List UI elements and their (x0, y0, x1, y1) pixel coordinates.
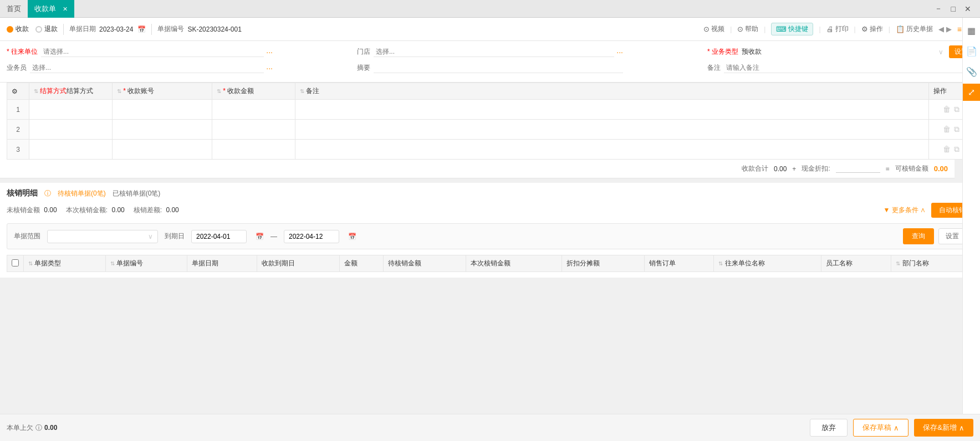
divider-2 (151, 24, 152, 35)
counterparty-input[interactable] (41, 47, 264, 57)
business-type-field: * 业务类型 预收款 ∨ 设置 (707, 45, 973, 58)
row-2-remark[interactable] (295, 120, 929, 140)
date-icon[interactable]: 📅 (137, 25, 146, 33)
row-3-copy-icon[interactable]: ⧉ (954, 145, 959, 154)
sort-dept-icon[interactable]: ⇅ (896, 260, 900, 266)
discount-input[interactable] (836, 165, 880, 173)
sidebar-doc-icon[interactable]: 📄 (963, 43, 980, 60)
sidebar-expand-icon[interactable]: ⤢ (963, 84, 980, 101)
draft-label: 保存草稿 (862, 423, 891, 433)
row-2-delete-icon[interactable]: 🗑 (943, 125, 951, 134)
date-to-icon[interactable]: 📅 (348, 233, 356, 240)
current-stat: 本次核销金额: 0.00 (66, 206, 125, 215)
th-dept: ⇅ 部门名称 (891, 255, 973, 272)
history-btn[interactable]: 📋 历史单据 (896, 24, 933, 34)
footer-buttons: 放弃 保存草稿 ∧ 保存&新增 ∧ (810, 419, 973, 437)
nav-next[interactable]: ▶ (946, 25, 952, 33)
hexiao-section: 核销明细 ⓘ 待核销单据(0笔) 已核销单据(0笔) 未核销金额 0.00 本次… (0, 181, 980, 278)
row-3-account[interactable] (113, 140, 212, 160)
date-from-input[interactable] (191, 230, 247, 243)
row-1-copy-icon[interactable]: ⧉ (954, 105, 959, 114)
th-gear[interactable]: ⚙ (7, 83, 29, 100)
radio-receipt-label: 收款 (16, 24, 29, 34)
abandon-button[interactable]: 放弃 (810, 419, 848, 437)
row-3-remark[interactable] (295, 140, 929, 160)
range-label: 单据范围 (14, 232, 40, 241)
sort-amount-icon[interactable]: ⇅ (217, 88, 221, 94)
hexiao-info-icon[interactable]: ⓘ (44, 189, 51, 198)
radio-refund[interactable]: 退款 (35, 24, 58, 34)
number-value: SK-20230324-001 (187, 25, 241, 33)
view-list-btn[interactable]: ≡ (957, 25, 962, 34)
table-row: 1 🗑 ⧉ (7, 100, 973, 120)
close-btn[interactable]: ✕ (962, 4, 973, 13)
print-btn[interactable]: 🖨 打印 (826, 24, 849, 34)
tab-home[interactable]: 首页 (0, 0, 28, 18)
row-1-remark[interactable] (295, 100, 929, 120)
save-new-button[interactable]: 保存&新增 ∧ (914, 419, 973, 437)
sort-settle-icon[interactable]: ⇅ (34, 88, 38, 94)
date-separator: — (270, 233, 277, 240)
sort-counterparty-icon[interactable]: ⇅ (718, 260, 723, 266)
tab-bar: 首页 收款单 ✕ － □ ✕ (0, 0, 980, 18)
store-input[interactable] (374, 47, 614, 57)
row-3-settle[interactable] (29, 140, 113, 160)
row-3-delete-icon[interactable]: 🗑 (943, 145, 951, 154)
th-date: 单据日期 (187, 255, 257, 272)
form-row-1: * 往来单位 ··· 门店 ··· * 业务类型 预收款 ∨ 设置 (7, 45, 973, 58)
row-2-settle[interactable] (29, 120, 113, 140)
row-1-settle[interactable] (29, 100, 113, 120)
salesperson-more-btn[interactable]: ··· (266, 64, 273, 73)
row-2-copy-icon[interactable]: ⧉ (954, 125, 959, 134)
sort-remark-icon[interactable]: ⇅ (300, 88, 304, 94)
hexiao-pending-tab[interactable]: 待核销单据(0笔) (58, 189, 106, 198)
tab-close-receipt[interactable]: ✕ (63, 0, 68, 18)
row-1-account[interactable] (113, 100, 212, 120)
total-label: 收款合计 (742, 164, 768, 173)
radio-receipt[interactable]: 收款 (7, 24, 29, 34)
video-btn[interactable]: ⊙ 视频 (703, 24, 724, 34)
sort-account-icon[interactable]: ⇅ (117, 88, 121, 94)
date-to-input[interactable] (284, 230, 339, 243)
sidebar-clip-icon[interactable]: 📎 (963, 63, 980, 80)
range-dropdown[interactable]: ∨ (47, 230, 158, 243)
sort-number-icon[interactable]: ⇅ (110, 260, 115, 266)
th-pending: 待核销金额 (384, 255, 466, 272)
hexiao-title: 核销明细 (7, 188, 38, 198)
due-date-label: 到期日 (165, 232, 185, 241)
tab-receipt[interactable]: 收款单 ✕ (28, 0, 74, 18)
operation-btn[interactable]: ⚙ 操作 (861, 24, 883, 34)
form-row-2: 业务员 ··· 摘要 备注 (7, 63, 973, 73)
date-from-icon[interactable]: 📅 (256, 233, 264, 240)
help-btn[interactable]: ⊙ 帮助 (737, 24, 758, 34)
footer-info-icon[interactable]: ⓘ (35, 423, 42, 433)
store-more-btn[interactable]: ··· (616, 48, 623, 57)
row-1-amount[interactable] (212, 100, 295, 120)
business-type-dropdown[interactable]: ∨ (938, 48, 943, 56)
save-new-label: 保存&新增 (923, 423, 957, 433)
available-value: 0.00 (934, 165, 948, 173)
sort-type-icon[interactable]: ⇅ (28, 260, 33, 266)
row-3-amount[interactable] (212, 140, 295, 160)
th-amount: ⇅ * 收款金额 (212, 83, 295, 100)
hexiao-header: 核销明细 ⓘ 待核销单据(0笔) 已核销单据(0笔) (7, 188, 973, 198)
draft-button[interactable]: 保存草稿 ∧ (853, 419, 908, 437)
query-btn[interactable]: 查询 (903, 228, 934, 244)
hexiao-done-tab[interactable]: 已核销单据(0笔) (113, 189, 161, 198)
divider-1 (63, 24, 64, 35)
salesperson-input[interactable] (30, 63, 264, 73)
more-filter-btn[interactable]: ▼ 更多条件 ∧ (883, 206, 926, 215)
select-all-checkbox[interactable] (12, 259, 19, 266)
summary-input[interactable] (374, 63, 623, 73)
equals-sign: = (886, 165, 890, 173)
shortcut-btn[interactable]: ⌨ 快捷键 (771, 23, 813, 35)
minimize-btn[interactable]: － (932, 4, 945, 14)
row-1-delete-icon[interactable]: 🗑 (943, 105, 951, 114)
sidebar-table-icon[interactable]: ▦ (963, 22, 980, 39)
remark-input[interactable] (724, 63, 973, 73)
row-2-amount[interactable] (212, 120, 295, 140)
maximize-btn[interactable]: □ (949, 4, 958, 13)
nav-prev[interactable]: ◀ (938, 25, 944, 33)
row-2-account[interactable] (113, 120, 212, 140)
counterparty-more-btn[interactable]: ··· (266, 48, 273, 57)
